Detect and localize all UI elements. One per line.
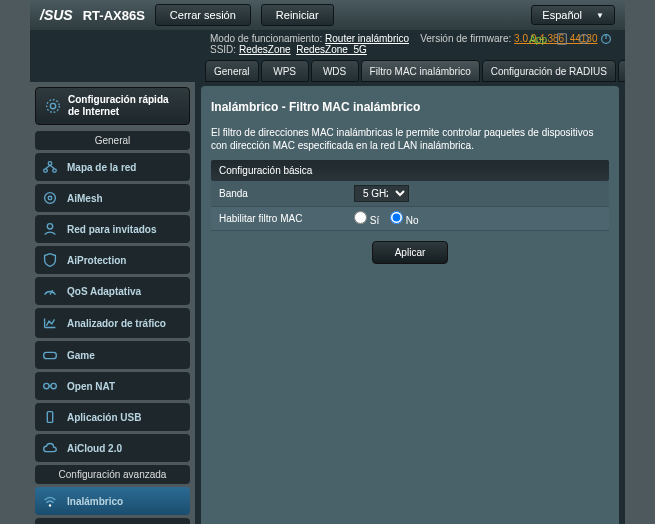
- radio-no[interactable]: [390, 211, 403, 224]
- svg-rect-17: [47, 412, 52, 423]
- svg-point-18: [49, 504, 51, 506]
- nav-qos[interactable]: QoS Adaptativa: [35, 277, 190, 305]
- nav-label: AiCloud 2.0: [67, 443, 122, 454]
- gear-icon: [44, 97, 62, 115]
- nav-label: Open NAT: [67, 381, 115, 392]
- tab-mac-filter[interactable]: Filtro MAC inalámbrico: [361, 60, 480, 82]
- cloud-icon: [41, 439, 59, 457]
- band-select[interactable]: 5 GHz: [354, 185, 409, 202]
- nav-traffic-analyzer[interactable]: Analizador de tráfico: [35, 308, 190, 338]
- usb-icon[interactable]: [555, 32, 569, 46]
- nav-label: Red para invitados: [67, 224, 156, 235]
- apply-button[interactable]: Aplicar: [372, 241, 449, 264]
- chevron-down-icon: ▼: [596, 11, 604, 20]
- shield-icon: [41, 251, 59, 269]
- nav-label: AiProtection: [67, 255, 126, 266]
- section-general: General: [35, 131, 190, 150]
- nav-label: Inalámbrico: [67, 496, 123, 507]
- firmware-label: Versión de firmware:: [420, 33, 514, 44]
- reboot-button[interactable]: Reiniciar: [261, 4, 334, 26]
- tab-professional[interactable]: Professional: [618, 60, 625, 82]
- row-enable-filter: Habilitar filtro MAC Sí No: [211, 207, 609, 231]
- tab-wps[interactable]: WPS: [261, 60, 309, 82]
- network-map-icon: [41, 158, 59, 176]
- model-label: RT-AX86S: [83, 8, 145, 23]
- gamepad-icon: [41, 346, 59, 364]
- chart-icon: [41, 314, 59, 332]
- nav-label: Aplicación USB: [67, 412, 141, 423]
- nav-network-map[interactable]: Mapa de la red: [35, 153, 190, 181]
- nav-guest-network[interactable]: Red para invitados: [35, 215, 190, 243]
- mode-link[interactable]: Router inalámbrico: [325, 33, 409, 44]
- ssid1-link[interactable]: RedesZone: [239, 44, 291, 55]
- nav-label: Mapa de la red: [67, 162, 136, 173]
- status-icon[interactable]: [577, 32, 591, 46]
- svg-rect-0: [558, 34, 567, 45]
- svg-point-1: [580, 35, 589, 44]
- enable-filter-label: Habilitar filtro MAC: [219, 213, 354, 224]
- nav-aimesh[interactable]: AiMesh: [35, 184, 190, 212]
- svg-point-7: [44, 169, 48, 173]
- svg-point-14: [44, 383, 49, 388]
- language-label: Español: [542, 9, 582, 21]
- nav-game[interactable]: Game: [35, 341, 190, 369]
- nat-icon: [41, 377, 59, 395]
- logout-button[interactable]: Cerrar sesión: [155, 4, 251, 26]
- radio-yes[interactable]: [354, 211, 367, 224]
- nav-usb-app[interactable]: Aplicación USB: [35, 403, 190, 431]
- nav-label: QoS Adaptativa: [67, 286, 141, 297]
- toggle-icon[interactable]: [599, 32, 613, 46]
- section-advanced: Configuración avanzada: [35, 465, 190, 484]
- qis-label: Configuración rápida de Internet: [68, 94, 181, 118]
- guest-network-icon: [41, 220, 59, 238]
- nav-label: AiMesh: [67, 193, 103, 204]
- row-band: Banda 5 GHz: [211, 181, 609, 207]
- brand-logo: /SUS: [40, 7, 73, 23]
- nav-aiprotection[interactable]: AiProtection: [35, 246, 190, 274]
- svg-point-4: [50, 103, 55, 108]
- band-label: Banda: [219, 188, 354, 199]
- tab-bar: General WPS WDS Filtro MAC inalámbrico C…: [205, 60, 625, 82]
- subheader: Modo de funcionamiento: Router inalámbri…: [30, 30, 625, 58]
- svg-point-8: [53, 169, 57, 173]
- svg-point-9: [45, 193, 56, 204]
- svg-point-11: [47, 224, 52, 229]
- nav-wireless[interactable]: Inalámbrico: [35, 487, 190, 515]
- gauge-icon: [41, 282, 59, 300]
- svg-point-15: [51, 383, 56, 388]
- svg-rect-13: [44, 352, 57, 358]
- language-selector[interactable]: Español ▼: [531, 5, 615, 25]
- svg-point-5: [47, 100, 60, 113]
- tab-radius[interactable]: Configuración de RADIUS: [482, 60, 616, 82]
- aimesh-icon: [41, 189, 59, 207]
- nav-aicloud[interactable]: AiCloud 2.0: [35, 434, 190, 462]
- usb-icon: [41, 408, 59, 426]
- svg-point-6: [48, 162, 52, 166]
- app-link[interactable]: App: [529, 34, 547, 45]
- ssid2-link[interactable]: RedesZone_5G: [296, 44, 367, 55]
- tab-wds[interactable]: WDS: [311, 60, 359, 82]
- nav-lan[interactable]: LAN: [35, 518, 190, 524]
- nav-label: Game: [67, 350, 95, 361]
- sidebar: Configuración rápida de Internet General…: [30, 82, 195, 524]
- page-description: El filtro de direcciones MAC inalámbrica…: [211, 122, 609, 160]
- ssid-label: SSID:: [210, 44, 239, 55]
- tab-general[interactable]: General: [205, 60, 259, 82]
- nav-label: Analizador de tráfico: [67, 318, 166, 329]
- nav-open-nat[interactable]: Open NAT: [35, 372, 190, 400]
- content-panel: Inalámbrico - Filtro MAC inalámbrico El …: [201, 86, 619, 524]
- mode-label: Modo de funcionamiento:: [210, 33, 325, 44]
- header-bar: /SUS RT-AX86S Cerrar sesión Reiniciar Es…: [30, 0, 625, 30]
- section-basic-config: Configuración básica: [211, 160, 609, 181]
- qis-button[interactable]: Configuración rápida de Internet: [35, 87, 190, 125]
- page-title: Inalámbrico - Filtro MAC inalámbrico: [211, 96, 609, 122]
- svg-point-10: [48, 196, 52, 200]
- wireless-icon: [41, 492, 59, 510]
